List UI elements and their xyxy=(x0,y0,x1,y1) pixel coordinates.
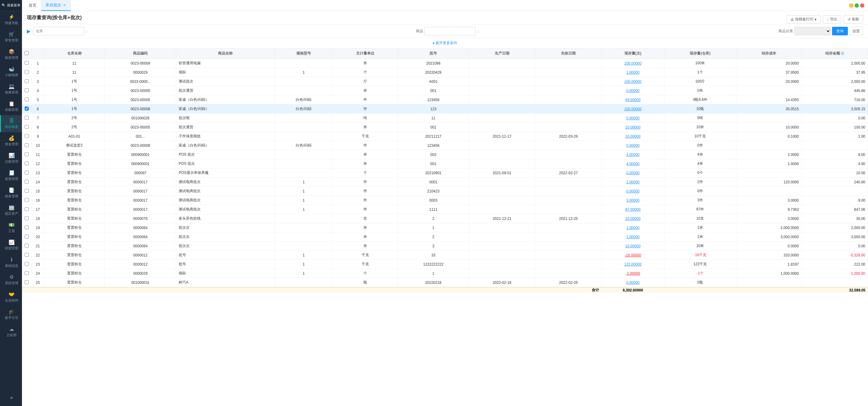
row-qty-main[interactable]: 0.00000 xyxy=(601,86,664,95)
row-qty-main[interactable]: 100.00000 xyxy=(601,59,664,68)
col-spec[interactable]: 规格型号 xyxy=(275,48,333,59)
col-checkbox[interactable] xyxy=(22,48,32,59)
col-batch[interactable]: 批号 xyxy=(398,48,469,59)
tab-close-icon[interactable]: ✕ xyxy=(63,3,66,7)
row-qty-main[interactable]: 1.00000 xyxy=(601,223,664,232)
row-qty-main[interactable]: 10.00000 xyxy=(601,123,664,132)
row-qty-main[interactable]: 0.00000 xyxy=(601,278,664,287)
sidebar-item-fixed[interactable]: 🏢 固定资产 xyxy=(0,202,22,219)
select-all-checkbox[interactable] xyxy=(25,51,29,55)
row-checkbox[interactable] xyxy=(22,159,32,168)
sidebar-item-ecommerce[interactable]: 💻 电商管理 xyxy=(0,80,22,98)
maximize-btn[interactable] xyxy=(855,3,859,8)
sidebar-item-purchase[interactable]: 📋 采购管理 xyxy=(0,98,22,115)
row-checkbox[interactable] xyxy=(22,260,32,269)
sidebar-item-settings[interactable]: ⚙ xyxy=(0,393,22,403)
row-qty-main[interactable]: 100.00000 xyxy=(601,77,664,86)
col-qty-main[interactable]: 现存量(主) xyxy=(601,48,664,59)
sidebar-item-smallec[interactable]: 🐋 小鲸电商 xyxy=(0,63,22,80)
sidebar-item-inventory[interactable]: 🗄 库存核查 xyxy=(0,115,22,132)
row-checkbox[interactable] xyxy=(22,141,32,150)
row-qty-main[interactable]: 49.60000 xyxy=(601,95,664,104)
row-checkbox[interactable] xyxy=(22,177,32,187)
row-qty-main[interactable]: 1.00000 xyxy=(601,232,664,241)
sidebar-item-basic[interactable]: ℹ 基础信息 xyxy=(0,254,22,271)
search-btn[interactable]: 查询 xyxy=(832,27,848,35)
expand-arrow-icon[interactable]: ▶ xyxy=(27,28,30,34)
tab-home[interactable]: 首页 xyxy=(24,0,41,11)
row-checkbox[interactable] xyxy=(22,168,32,177)
row-qty-main[interactable]: 0.00000 xyxy=(601,113,664,123)
row-checkbox[interactable] xyxy=(22,196,32,205)
row-checkbox[interactable] xyxy=(22,95,32,104)
print-template-btn[interactable]: 🖨 按模板打印 ▾ xyxy=(786,15,820,24)
row-qty-main[interactable]: 10.00000 xyxy=(601,132,664,141)
row-checkbox[interactable] xyxy=(22,123,32,132)
row-checkbox[interactable] xyxy=(22,150,32,159)
close-btn[interactable] xyxy=(860,3,864,8)
row-qty-main[interactable]: 0.00000 xyxy=(601,187,664,196)
row-qty-main[interactable]: 2.00000 xyxy=(601,177,664,187)
sidebar-item-sys[interactable]: ⚙ 系统管理 xyxy=(0,271,22,289)
tab-inventory-batch[interactable]: 库存批次 ✕ xyxy=(41,0,71,11)
row-checkbox[interactable] xyxy=(22,241,32,251)
row-checkbox[interactable] xyxy=(22,269,32,278)
sidebar-item-general[interactable]: 📊 总账管理 xyxy=(0,149,22,167)
row-checkbox[interactable] xyxy=(22,205,32,214)
sidebar-item-quicknav[interactable]: ⚡ 快捷导航 xyxy=(0,11,22,28)
col-unit[interactable]: 主计量单位 xyxy=(333,48,398,59)
sidebar-item-wholesale[interactable]: 📦 批发管理 xyxy=(0,46,22,63)
row-qty-main[interactable]: -16.00000 xyxy=(601,251,664,260)
row-checkbox[interactable] xyxy=(22,223,32,232)
col-exp-date[interactable]: 失效日期 xyxy=(535,48,602,59)
refresh-btn[interactable]: ↺ 刷新 xyxy=(844,15,863,24)
row-qty-main[interactable]: 1.00000 xyxy=(601,68,664,77)
row-qty-main[interactable]: 122.00000 xyxy=(601,260,664,269)
col-prod-date[interactable]: 生产日期 xyxy=(469,48,535,59)
row-qty-main[interactable]: -1.00000 xyxy=(601,269,664,278)
category-select[interactable] xyxy=(794,27,831,35)
row-qty-main[interactable]: 4.00000 xyxy=(601,159,664,168)
expand-conditions-btn[interactable]: ▾ 展开更多条件 xyxy=(22,39,868,47)
row-checkbox[interactable] xyxy=(22,68,32,77)
row-qty-main[interactable]: 0.00000 xyxy=(601,141,664,150)
col-amount[interactable]: 结存金额 ⓘ xyxy=(802,48,868,59)
row-checkbox[interactable] xyxy=(22,104,32,113)
sidebar-item-corp[interactable]: 🤝 企业协同 xyxy=(0,289,22,306)
sidebar-item-tax[interactable]: 📑 税务管理 xyxy=(0,184,22,202)
row-checkbox[interactable] xyxy=(22,214,32,223)
sidebar-item-invoice[interactable]: 🧾 发票管理 xyxy=(0,167,22,184)
row-qty-main[interactable]: 4.00000 xyxy=(601,150,664,159)
row-checkbox[interactable] xyxy=(22,77,32,86)
row-qty-main[interactable]: 10.00000 xyxy=(601,214,664,223)
sidebar-item-payroll[interactable]: 💵 工资 xyxy=(0,219,22,236)
row-qty-main[interactable]: 10.00000 xyxy=(601,241,664,251)
row-qty-main[interactable]: 0.00000 xyxy=(601,168,664,177)
row-qty-main[interactable]: 87.00000 xyxy=(601,205,664,214)
col-warehouse[interactable]: 仓库名称 xyxy=(44,48,104,59)
sidebar-item-retail[interactable]: 🛒 零售管理 xyxy=(0,28,22,46)
warehouse-filter-input[interactable] xyxy=(33,27,84,35)
minimize-btn[interactable] xyxy=(849,3,854,8)
row-checkbox[interactable] xyxy=(22,59,32,68)
col-cost[interactable]: 结存成本 xyxy=(736,48,802,59)
col-qty-store[interactable]: 现存量(仓库) xyxy=(664,48,736,59)
row-checkbox[interactable] xyxy=(22,278,32,287)
sidebar-item-cloud[interactable]: ☁ 云应用 xyxy=(0,323,22,340)
sidebar-search[interactable]: 🔍 搜索菜单 xyxy=(0,0,22,11)
sidebar-item-asset[interactable]: 💰 资金管理 xyxy=(0,132,22,149)
row-checkbox[interactable] xyxy=(22,232,32,241)
row-qty-main[interactable]: 100.00000 xyxy=(601,104,664,113)
row-checkbox[interactable] xyxy=(22,113,32,123)
product-filter-input[interactable] xyxy=(424,27,476,35)
sidebar-item-newbie[interactable]: 🎓 新手引导 xyxy=(0,306,22,323)
col-product-code[interactable]: 商品编码 xyxy=(104,48,176,59)
sidebar-item-ops[interactable]: 📈 经营管理 xyxy=(0,236,22,254)
setting-btn[interactable]: 设置 xyxy=(849,27,863,35)
row-checkbox[interactable] xyxy=(22,132,32,141)
col-product-name[interactable]: 商品名称 xyxy=(176,48,275,59)
row-qty-main[interactable]: 3.00000 xyxy=(601,196,664,205)
export-btn[interactable]: ↑ 导出 xyxy=(823,15,841,24)
row-checkbox[interactable] xyxy=(22,251,32,260)
row-checkbox[interactable] xyxy=(22,187,32,196)
